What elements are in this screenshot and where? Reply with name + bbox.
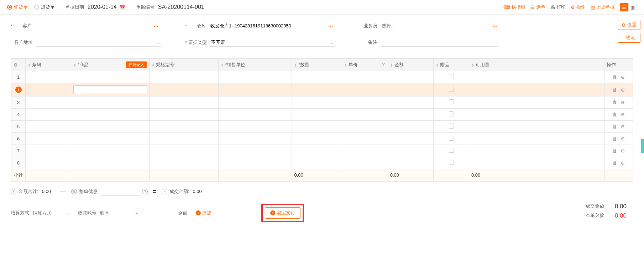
more-icon[interactable]: ⋯ xyxy=(154,23,158,29)
gift-checkbox[interactable] xyxy=(449,111,454,116)
help-icon[interactable]: ? xyxy=(382,62,384,67)
cell-amount[interactable] xyxy=(388,157,433,169)
ybpay-button[interactable]: + 易宝支付 xyxy=(265,207,300,219)
cell-barcode[interactable] xyxy=(26,109,71,121)
cell-gift[interactable] xyxy=(434,109,469,121)
operate-button[interactable]: ⚙操作 xyxy=(571,4,586,10)
radio-sales-order[interactable]: 销货单 xyxy=(7,4,28,10)
table-row[interactable]: 5 🗑 ⊕ xyxy=(11,121,633,133)
gift-checkbox[interactable] xyxy=(449,74,454,79)
table-row[interactable]: + 🗑 ⊕ xyxy=(11,83,633,96)
cell-qty[interactable] xyxy=(292,109,342,121)
product-input[interactable] xyxy=(73,85,147,94)
cell-gift[interactable] xyxy=(434,83,469,96)
more-icon[interactable]: ⋯ xyxy=(134,210,139,216)
col-unit[interactable]: ▲▼*销售单位 xyxy=(218,59,292,71)
gift-checkbox[interactable] xyxy=(449,87,454,92)
cell-product[interactable] xyxy=(71,96,150,109)
cell-qty[interactable] xyxy=(292,96,342,109)
cell-unit[interactable] xyxy=(218,157,292,169)
view-compact-button[interactable]: ☰ xyxy=(620,3,628,11)
cell-price[interactable] xyxy=(342,145,388,157)
table-row[interactable]: 8 🗑 ⊕ xyxy=(11,157,633,169)
discount-input[interactable] xyxy=(101,187,140,196)
delete-row-icon[interactable]: 🗑 xyxy=(612,74,617,80)
select-order-button[interactable]: ☰选单 xyxy=(530,4,545,10)
col-spec[interactable]: ▲▼规格型号 xyxy=(150,59,219,71)
cell-barcode[interactable] xyxy=(26,83,71,96)
cell-product[interactable] xyxy=(71,121,150,133)
cell-spec[interactable] xyxy=(150,96,219,109)
cell-product[interactable] xyxy=(71,145,150,157)
cell-spec[interactable] xyxy=(150,83,219,96)
cell-price[interactable] xyxy=(342,109,388,121)
help-icon[interactable]: ? xyxy=(142,189,148,194)
table-row[interactable]: 7 🗑 ⊕ xyxy=(11,145,633,157)
cell-gift[interactable] xyxy=(434,71,469,83)
invoice-type-input[interactable] xyxy=(210,38,335,47)
scan-input-button[interactable]: 扫码录入 xyxy=(126,62,147,68)
cell-gift[interactable] xyxy=(434,121,469,133)
cell-price[interactable] xyxy=(342,96,388,109)
copy-row-icon[interactable]: ⊕ xyxy=(621,100,625,105)
delete-row-icon[interactable]: 🗑 xyxy=(612,136,617,141)
cell-product[interactable] xyxy=(71,109,150,121)
pay-amount-input[interactable] xyxy=(146,209,189,217)
radio-return-order[interactable]: 退货单 xyxy=(34,4,55,10)
cell-product[interactable] xyxy=(71,83,150,96)
chevron-down-icon[interactable]: ⌄ xyxy=(67,210,71,216)
add-row-button[interactable]: + xyxy=(15,87,22,93)
calendar-icon[interactable]: 📅 xyxy=(120,5,125,10)
table-row[interactable]: 1 🗑 ⊕ xyxy=(11,71,633,83)
cell-product[interactable] xyxy=(71,133,150,145)
cell-qty[interactable] xyxy=(292,71,342,83)
cell-barcode[interactable] xyxy=(26,133,71,145)
cell-spec[interactable] xyxy=(150,121,219,133)
cell-amount[interactable] xyxy=(388,109,433,121)
cell-price[interactable] xyxy=(342,83,388,96)
history-button[interactable]: ▤历史单据 xyxy=(591,4,615,10)
logistics-button[interactable]: +物流 xyxy=(618,33,640,43)
cell-price[interactable] xyxy=(342,71,388,83)
cell-gift[interactable] xyxy=(434,133,469,145)
cell-barcode[interactable] xyxy=(26,71,71,83)
cell-barcode[interactable] xyxy=(26,157,71,169)
view-detail-button[interactable]: ▥ xyxy=(628,3,637,11)
shortcut-button[interactable]: ⌨快捷键 xyxy=(503,4,525,10)
settings-button[interactable]: ⚙设置 xyxy=(618,20,640,30)
cell-spec[interactable] xyxy=(150,145,219,157)
copy-row-icon[interactable]: ⊕ xyxy=(621,74,625,80)
cell-barcode[interactable] xyxy=(26,121,71,133)
more-icon[interactable]: ⋯ xyxy=(492,23,497,29)
cell-gift[interactable] xyxy=(434,96,469,109)
cell-unit[interactable] xyxy=(218,109,292,121)
table-row[interactable]: 4 🗑 ⊕ xyxy=(11,109,633,121)
delete-row-icon[interactable]: 🗑 xyxy=(612,87,617,93)
side-handle[interactable] xyxy=(641,139,644,153)
cell-amount[interactable] xyxy=(388,83,433,96)
delete-row-icon[interactable]: 🗑 xyxy=(612,124,617,129)
col-available[interactable]: ▲▼可用量 xyxy=(469,59,604,71)
cell-product[interactable] xyxy=(71,157,150,169)
delete-row-icon[interactable]: 🗑 xyxy=(612,112,617,117)
gift-checkbox[interactable] xyxy=(449,148,454,153)
table-row[interactable]: 3 🗑 ⊕ xyxy=(11,96,633,109)
account-input[interactable] xyxy=(99,209,134,217)
col-price[interactable]: ▲▼单价? xyxy=(342,59,388,71)
cell-product[interactable] xyxy=(71,71,150,83)
cell-spec[interactable] xyxy=(150,109,219,121)
more-icon[interactable]: ⋯ xyxy=(328,23,333,29)
cell-spec[interactable] xyxy=(150,133,219,145)
remark-input[interactable] xyxy=(381,38,498,47)
add-payment-button[interactable]: + 添加 xyxy=(196,210,211,216)
gift-checkbox[interactable] xyxy=(449,99,454,104)
cell-amount[interactable] xyxy=(388,133,433,145)
cell-barcode[interactable] xyxy=(26,96,71,109)
print-button[interactable]: 🖶打印 xyxy=(550,4,566,10)
cell-amount[interactable] xyxy=(388,121,433,133)
copy-row-icon[interactable]: ⊕ xyxy=(621,136,625,141)
date-value[interactable]: 2020-01-14 xyxy=(88,4,117,10)
gift-checkbox[interactable] xyxy=(449,136,454,141)
copy-row-icon[interactable]: ⊕ xyxy=(621,124,625,129)
gear-icon[interactable]: ⚙ xyxy=(14,62,18,68)
